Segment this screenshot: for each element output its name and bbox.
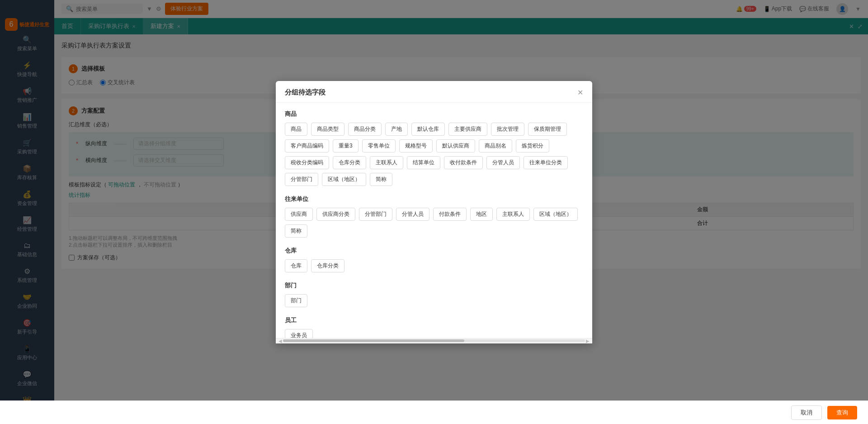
- modal-body[interactable]: 商品商品商品类型商品分类产地默认仓库主要供应商批次管理保质期管理客户商品编码重量…: [276, 103, 592, 338]
- cancel-button[interactable]: 取消: [791, 405, 822, 420]
- scroll-left-arrow[interactable]: ◀: [278, 338, 283, 343]
- field-tag-0-15[interactable]: 税收分类编码: [285, 156, 329, 169]
- field-tag-1-3[interactable]: 分管人员: [396, 208, 429, 221]
- field-tag-0-19[interactable]: 收付款条件: [444, 156, 483, 169]
- field-tag-0-6[interactable]: 批次管理: [491, 123, 524, 136]
- field-tag-0-7[interactable]: 保质期管理: [528, 123, 567, 136]
- field-tag-0-5[interactable]: 主要供应商: [448, 123, 487, 136]
- modal-section-4: 员工业务员: [285, 316, 583, 338]
- field-tag-1-7[interactable]: 区域（地区）: [533, 208, 578, 221]
- field-tag-1-8[interactable]: 简称: [285, 224, 307, 238]
- section-title-1: 往来单位: [285, 195, 583, 203]
- field-tag-0-9[interactable]: 重量3: [333, 139, 359, 152]
- field-tag-1-5[interactable]: 地区: [470, 208, 493, 221]
- field-tag-0-18[interactable]: 结算单位: [407, 156, 440, 169]
- section-title-3: 部门: [285, 281, 583, 290]
- section-title-2: 仓库: [285, 247, 583, 255]
- field-tag-3-0[interactable]: 部门: [285, 294, 307, 307]
- modal-title: 分组待选字段: [285, 88, 326, 97]
- field-tag-0-16[interactable]: 仓库分类: [333, 156, 366, 169]
- field-tag-0-17[interactable]: 主联系人: [370, 156, 403, 169]
- field-tag-0-24[interactable]: 简称: [370, 173, 392, 186]
- field-tag-0-20[interactable]: 分管人员: [486, 156, 520, 169]
- field-tags-1: 供应商供应商分类分管部门分管人员付款条件地区主联系人区域（地区）简称: [285, 208, 583, 238]
- section-title-0: 商品: [285, 110, 583, 118]
- field-tags-4: 业务员: [285, 329, 583, 338]
- field-tag-1-4[interactable]: 付款条件: [433, 208, 467, 221]
- field-tag-0-22[interactable]: 分管部门: [285, 173, 318, 186]
- field-tag-1-0[interactable]: 供应商: [285, 208, 313, 221]
- field-tag-0-2[interactable]: 商品分类: [348, 123, 382, 136]
- modal: 分组待选字段 ✕ 商品商品商品类型商品分类产地默认仓库主要供应商批次管理保质期管…: [276, 81, 592, 343]
- modal-section-0: 商品商品商品类型商品分类产地默认仓库主要供应商批次管理保质期管理客户商品编码重量…: [285, 110, 583, 186]
- field-tag-1-6[interactable]: 主联系人: [496, 208, 530, 221]
- scroll-right-arrow[interactable]: ▶: [585, 338, 590, 343]
- modal-section-3: 部门部门: [285, 281, 583, 307]
- modal-close-icon[interactable]: ✕: [577, 88, 583, 97]
- field-tag-0-4[interactable]: 默认仓库: [411, 123, 445, 136]
- modal-header: 分组待选字段 ✕: [276, 81, 592, 103]
- field-tag-0-0[interactable]: 商品: [285, 123, 307, 136]
- field-tag-2-0[interactable]: 仓库: [285, 259, 307, 272]
- field-tag-0-13[interactable]: 商品别名: [479, 139, 512, 152]
- field-tag-0-8[interactable]: 客户商品编码: [285, 139, 329, 152]
- scrollbar-thumb: [283, 339, 464, 342]
- bottom-bar: 取消 查询: [0, 400, 868, 424]
- field-tag-1-2[interactable]: 分管部门: [359, 208, 392, 221]
- field-tag-0-12[interactable]: 默认供应商: [436, 139, 475, 152]
- field-tag-0-14[interactable]: 炼货积分: [516, 139, 549, 152]
- field-tag-0-10[interactable]: 零售单位: [362, 139, 396, 152]
- modal-scrollbar[interactable]: ◀ ▶: [276, 338, 592, 343]
- field-tag-0-11[interactable]: 规格型号: [399, 139, 433, 152]
- field-tags-0: 商品商品类型商品分类产地默认仓库主要供应商批次管理保质期管理客户商品编码重量3零…: [285, 123, 583, 186]
- field-tag-4-0[interactable]: 业务员: [285, 329, 313, 338]
- modal-overlay: 分组待选字段 ✕ 商品商品商品类型商品分类产地默认仓库主要供应商批次管理保质期管…: [0, 0, 868, 424]
- field-tags-2: 仓库仓库分类: [285, 259, 583, 272]
- field-tags-3: 部门: [285, 294, 583, 307]
- field-tag-0-23[interactable]: 区域（地区）: [322, 173, 366, 186]
- modal-section-1: 往来单位供应商供应商分类分管部门分管人员付款条件地区主联系人区域（地区）简称: [285, 195, 583, 238]
- field-tag-0-3[interactable]: 产地: [385, 123, 408, 136]
- field-tag-1-1[interactable]: 供应商分类: [316, 208, 355, 221]
- field-tag-2-1[interactable]: 仓库分类: [311, 259, 344, 272]
- modal-section-2: 仓库仓库仓库分类: [285, 247, 583, 272]
- field-tag-0-21[interactable]: 往来单位分类: [524, 156, 568, 169]
- confirm-button[interactable]: 查询: [827, 406, 857, 419]
- section-title-4: 员工: [285, 316, 583, 324]
- scrollbar-track: [283, 339, 585, 342]
- field-tag-0-1[interactable]: 商品类型: [311, 123, 344, 136]
